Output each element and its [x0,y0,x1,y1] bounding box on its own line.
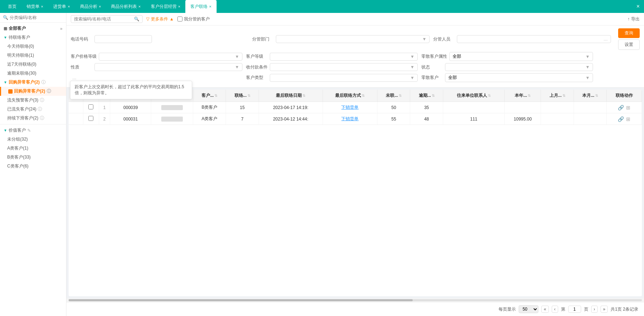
query-button[interactable]: 查询 [618,28,640,38]
row2-link-icon[interactable]: 🔗 [618,116,624,122]
sidebar-item-declining[interactable]: 持续下滑客户(2) ⓘ [0,114,66,123]
sidebar-item-7day-pending[interactable]: 近7天待联络(0) [0,60,66,69]
table-area: ⚙ # 客户编码 ⇅ [69,90,642,296]
retail-customer-select[interactable]: 全部 ▼ [445,73,593,82]
nav-purchase-order[interactable]: 进货单 × [48,0,75,13]
row1-grid-icon[interactable]: ⊞ [626,105,630,110]
th-this-month[interactable]: 本月... ⇅ [574,90,606,102]
sidebar-item-class-c[interactable]: C类客户(6) [0,162,66,171]
th-unread[interactable]: 未联... ⇅ [377,90,410,102]
collapse-icon[interactable]: » [60,26,62,31]
export-button[interactable]: ↑ 导出 [627,16,640,22]
row1-contact: 15 [226,102,259,113]
sidebar-item-today-pending[interactable]: 今天待联络(0) [0,42,66,51]
retail-attr-select[interactable]: 全部 ▼ [449,52,593,61]
row1-num: 1 [99,102,110,113]
search-icon-filter[interactable]: 🔍 [134,16,139,22]
th-type[interactable]: 客户... ⇅ [193,90,226,102]
nav-customer-tier[interactable]: 客户分层经营 × [146,0,185,13]
sidebar-item-churn-warning[interactable]: 流失预警客户(3) ⓘ [0,96,66,105]
retail-customer-arrow: ▼ [585,75,590,80]
my-customers-check[interactable] [177,16,182,22]
customer-type-label: 客户类型 [246,75,268,81]
retail-attr-label: 零散客户属性 [421,53,447,60]
sidebar-item-churned[interactable]: 已流失客户(24) ⓘ [0,105,66,114]
customer-tier-select[interactable]: ▼ [270,53,418,61]
th-contact[interactable]: 联络... ⇅ [226,90,259,102]
horizontal-scrollbar[interactable] [66,298,644,302]
group-repurchase-anomaly[interactable]: ▼ 回购异常客户(2) ⓘ [0,78,66,87]
row2-this-month [574,113,606,125]
edit-icon[interactable]: ✎ [27,128,31,133]
th-last-month[interactable]: 上月... ⇅ [541,90,574,102]
nav-customer-contact[interactable]: 客户联络 × [185,0,216,13]
customer-type-select[interactable]: ▼ [270,74,418,82]
nav-sales-order[interactable]: 销货单 × [22,0,48,13]
th-last-date[interactable]: 最后联络日期 ⇅ [259,90,323,102]
row2-last-method[interactable]: 下销货单 [323,113,377,125]
manager-select[interactable]: … [457,35,611,43]
sidebar-item-class-b[interactable]: B类客户(33) [0,153,66,162]
row2-grid-icon[interactable]: ⊞ [626,116,630,122]
per-page-label: 每页显示 [499,306,516,312]
row1-link-icon[interactable]: 🔗 [618,105,624,110]
nav-home[interactable]: 首页 [3,0,22,13]
row1-check[interactable] [88,104,93,109]
row2-action-icons: 🔗 ⊞ [609,116,639,122]
dept-select[interactable]: ▼ [276,35,430,43]
row2-check[interactable] [88,116,93,121]
first-page-btn[interactable]: « [541,306,549,313]
setting-button[interactable]: 设置 [618,39,640,50]
row2-num: 2 [99,113,110,125]
th-this-year[interactable]: 本年... ⇅ [505,90,541,102]
close-customer-tier-icon[interactable]: × [178,4,180,9]
per-page-select[interactable]: 50 20 100 [519,305,538,313]
row1-last-method[interactable]: 下销货单 [323,102,377,113]
group-value-customers[interactable]: ▼ 价值客户 ✎ [0,126,66,135]
sort-this-year-icon: ⇅ [528,94,531,98]
ellipsis-button[interactable]: … [71,75,78,80]
sort-last-method-icon: ⇅ [362,94,365,98]
sort-contact-person-icon: ⇅ [488,94,491,98]
close-sales-order-icon[interactable]: × [41,4,43,9]
prev-page-btn[interactable]: ‹ [552,306,558,313]
nature-select[interactable]: ▼ [94,63,242,71]
search-input[interactable] [74,16,134,22]
close-all-tabs-icon[interactable]: × [636,3,640,10]
row1-action: 🔗 ⊞ [607,102,642,113]
row2-action: 🔗 ⊞ [607,113,642,125]
sidebar-item-overdue-contact[interactable]: 逾期未联络(30) [0,69,66,78]
scroll-track[interactable] [69,299,642,301]
row2-settings [69,113,83,125]
last-page-btn[interactable]: » [601,306,608,313]
close-customer-contact-icon[interactable]: × [209,4,211,9]
payment-select[interactable]: ▼ [270,63,418,71]
sidebar-item-class-a[interactable]: A类客户(1) [0,144,66,153]
price-tier-select[interactable]: ▼ [99,53,242,61]
sidebar-search-input[interactable] [10,15,64,20]
my-customers-checkbox[interactable]: 我分管的客户 [177,16,210,22]
close-purchase-order-icon[interactable]: × [68,4,70,9]
close-product-analysis-icon[interactable]: × [99,4,101,9]
nav-product-analysis-list[interactable]: 商品分析列表 × [106,0,145,13]
sidebar-item-repurchase-anomaly[interactable]: 回购异常客户(2) ⓘ [0,87,66,96]
pagination-bar: 每页显示 50 20 100 « ‹ 第 页 › » 共1页 2条记录 [66,302,644,316]
next-page-btn[interactable]: › [591,306,598,313]
sidebar-item-tomorrow-pending[interactable]: 明天待联络(1) [0,51,66,60]
all-customers-label[interactable]: ⊞ 全部客户 » [0,23,66,33]
phone-input[interactable] [94,35,152,43]
nav-product-analysis[interactable]: 商品分析 × [75,0,106,13]
status-select[interactable]: ▼ [445,63,593,71]
group-pending-contact[interactable]: ▼ 待联络客户 [0,33,66,42]
price-tier-arrow: ▼ [235,54,239,59]
close-product-analysis-list-icon[interactable]: × [138,4,140,9]
th-last-method[interactable]: 最后联络方式 ⇅ [323,90,377,102]
sort-this-month-icon: ⇅ [595,94,598,98]
th-overdue[interactable]: 逾期... ⇅ [410,90,443,102]
th-contact-person[interactable]: 往来单位联系人 ⇅ [443,90,505,102]
sidebar-item-ungrouped[interactable]: 未分组(32) [0,135,66,144]
page-input[interactable] [568,306,581,313]
dept-select-arrow: ▼ [422,37,426,42]
more-conditions-btn[interactable]: ▽ 更多条件 ▲ [146,16,174,22]
scroll-thumb[interactable] [69,299,413,301]
